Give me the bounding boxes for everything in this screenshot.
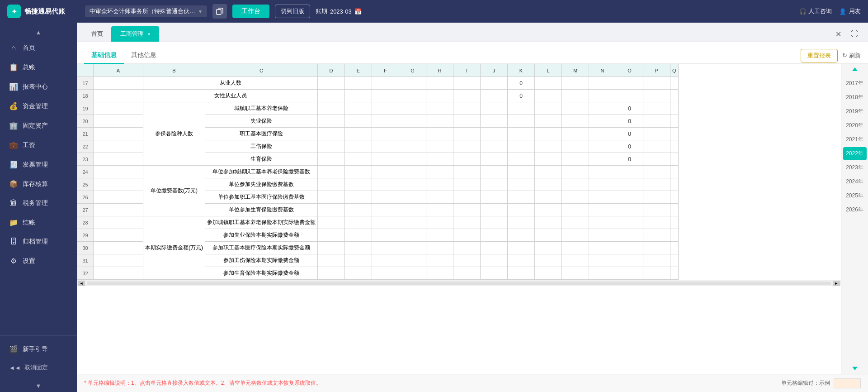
row27-col-k[interactable] [508,204,535,216]
row30-col-m[interactable] [562,242,589,254]
row17-col-m[interactable] [562,77,589,90]
row27-col-a[interactable] [94,204,143,216]
row24-col-f[interactable] [372,166,399,178]
row21-col-d[interactable] [318,128,345,140]
row26-col-n[interactable] [589,191,616,204]
row32-col-e[interactable] [345,267,372,280]
row28-col-q[interactable] [670,216,679,229]
row21-col-f[interactable] [372,128,399,140]
row24-col-q[interactable] [670,166,679,178]
row26-col-m[interactable] [562,191,589,204]
row22-col-n[interactable] [589,140,616,153]
row19-col-n[interactable] [589,102,616,115]
row30-col-e[interactable] [345,242,372,254]
row17-col-d[interactable] [318,77,345,90]
row19-col-g[interactable] [399,102,426,115]
row24-col-j[interactable] [481,166,508,178]
row18-col-n[interactable] [589,90,616,102]
row22-col-k[interactable] [508,140,535,153]
row28-col-l[interactable] [535,216,562,229]
year-item-2017[interactable]: 2017年 [843,77,867,90]
scroll-left-button[interactable]: ◄ [78,281,85,286]
row29-col-a[interactable] [94,229,143,242]
row29-col-p[interactable] [643,229,670,242]
sidebar-item-archive[interactable]: 🗄 归档管理 [0,232,77,251]
row22-col-m[interactable] [562,140,589,153]
row31-col-i[interactable] [453,254,481,267]
row21-col-e[interactable] [345,128,372,140]
row24-col-e[interactable] [345,166,372,178]
row30-col-c[interactable]: 参加职工基本医疗保险本期实际缴费金额 [205,242,318,254]
row32-col-a[interactable] [94,267,143,280]
row31-col-n[interactable] [589,254,616,267]
row32-col-d[interactable] [318,267,345,280]
copy-company-button[interactable] [212,4,227,19]
row20-col-d[interactable] [318,115,345,128]
row21-col-g[interactable] [399,128,426,140]
row29-col-l[interactable] [535,229,562,242]
year-item-2018[interactable]: 2018年 [843,91,867,104]
sidebar-scroll-up[interactable]: ▲ [0,26,77,38]
row27-col-q[interactable] [670,204,679,216]
row25-col-c[interactable]: 单位参加失业保险缴费基数 [205,178,318,191]
row29-col-q[interactable] [670,229,679,242]
row17-col-f[interactable] [372,77,399,90]
row20-col-f[interactable] [372,115,399,128]
row26-col-g[interactable] [399,191,426,204]
sidebar-item-settings[interactable]: ⚙ 设置 [0,251,77,271]
year-item-2020[interactable]: 2020年 [843,119,867,132]
ai-consult-button[interactable]: 🎧 人工咨询 [799,7,832,15]
row23-col-n[interactable] [589,153,616,166]
row19-col-l[interactable] [535,102,562,115]
row27-col-j[interactable] [481,204,508,216]
row18-col-e[interactable] [345,90,372,102]
row17-col-b[interactable]: 从业人数 [143,77,318,90]
row17-col-o[interactable] [616,77,643,90]
row24-col-c[interactable]: 单位参加城镇职工基本养老保险缴费基数 [205,166,318,178]
row20-col-a[interactable] [94,115,143,128]
row28-col-e[interactable] [345,216,372,229]
row25-col-a[interactable] [94,178,143,191]
row20-col-h[interactable] [426,115,453,128]
row23-col-p[interactable] [643,153,670,166]
row20-col-m[interactable] [562,115,589,128]
row26-col-h[interactable] [426,191,453,204]
row32-col-f[interactable] [372,267,399,280]
row30-col-q[interactable] [670,242,679,254]
row25-col-j[interactable] [481,178,508,191]
row24-col-m[interactable] [562,166,589,178]
row22-col-a[interactable] [94,140,143,153]
row17-col-l[interactable] [535,77,562,90]
row28-col-c[interactable]: 参加城镇职工基本养老保险本期实际缴费金额 [205,216,318,229]
row27-col-f[interactable] [372,204,399,216]
sub-tab-other[interactable]: 其他信息 [124,48,164,64]
row20-col-l[interactable] [535,115,562,128]
sidebar-pin-button[interactable]: ◄◄ 取消固定 [0,359,77,376]
row18-col-p[interactable] [643,90,670,102]
row26-col-e[interactable] [345,191,372,204]
row32-col-i[interactable] [453,267,481,280]
row25-col-h[interactable] [426,178,453,191]
row27-col-n[interactable] [589,204,616,216]
row23-col-o[interactable]: 0 [616,153,643,166]
row26-col-q[interactable] [670,191,679,204]
row26-col-d[interactable] [318,191,345,204]
row21-col-a[interactable] [94,128,143,140]
row32-col-n[interactable] [589,267,616,280]
row17-col-n[interactable] [589,77,616,90]
row31-col-p[interactable] [643,254,670,267]
row19-col-o[interactable]: 0 [616,102,643,115]
row24-col-i[interactable] [453,166,481,178]
horizontal-scrollbar[interactable]: ◄ ► [77,280,841,286]
row23-col-j[interactable] [481,153,508,166]
row23-col-l[interactable] [535,153,562,166]
sidebar-item-home[interactable]: ⌂ 首页 [0,38,77,57]
row32-col-o[interactable] [616,267,643,280]
year-item-2022[interactable]: 2022年 [843,147,867,160]
row17-col-p[interactable] [643,77,670,90]
row31-col-f[interactable] [372,254,399,267]
row22-col-i[interactable] [453,140,481,153]
row26-col-f[interactable] [372,191,399,204]
row17-col-e[interactable] [345,77,372,90]
row31-col-h[interactable] [426,254,453,267]
